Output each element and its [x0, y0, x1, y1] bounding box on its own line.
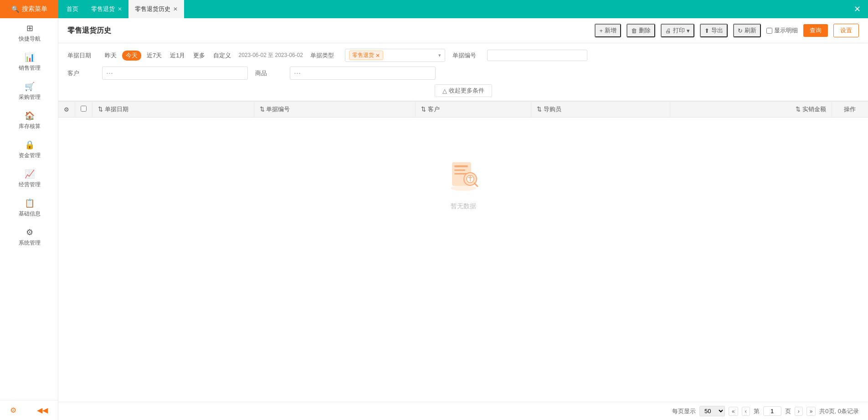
empty-state: 暂无数据 [58, 118, 868, 247]
sidebar-item-inventory[interactable]: 🏠 库存核算 [0, 106, 58, 135]
sidebar-item-purchase-mgmt[interactable]: 🛒 采购管理 [0, 77, 58, 106]
export-icon: ⬆ [704, 27, 709, 34]
last-page-button[interactable]: » [806, 407, 816, 416]
table-container: ⚙ ⇅ 单据日期 ⇅ 单据编号 ⇅ 客户 [58, 101, 868, 402]
business-mgmt-icon: 📈 [25, 169, 35, 179]
tabs-area: 首页 零售退货 ✕ 零售退货历史 ✕ [58, 0, 854, 18]
th-checkbox[interactable] [75, 102, 92, 118]
doc-type-tag-label: 零售退货 [352, 51, 374, 59]
th-actions-label: 操作 [844, 106, 856, 113]
doc-type-dropdown-icon: ▾ [438, 52, 441, 58]
th-doc-num-sort-icon: ⇅ [260, 106, 267, 113]
sales-mgmt-icon: 📊 [25, 52, 35, 62]
close-window-button[interactable]: ✕ [854, 4, 861, 14]
setting-button[interactable]: 设置 [833, 24, 859, 37]
select-all-checkbox[interactable] [81, 106, 87, 112]
export-label: 导出 [711, 26, 723, 35]
goods-select[interactable]: ··· [290, 67, 436, 80]
basic-info-icon: 📋 [25, 198, 35, 208]
sidebar-speaker-button[interactable]: ◀◀ [37, 406, 48, 415]
th-guide-label: 导购员 [544, 106, 561, 113]
export-button[interactable]: ⬆ 导出 [700, 24, 728, 37]
sidebar-item-purchase-mgmt-label: 采购管理 [19, 93, 41, 101]
inventory-icon: 🏠 [25, 111, 35, 121]
search-menu-area[interactable]: 🔍 搜索菜单 [0, 0, 58, 18]
tab-retail-return-history[interactable]: 零售退货历史 ✕ [128, 0, 184, 18]
header-actions: + 新增 🗑 删除 🖨 打印 ▾ ⬆ 导出 ↻ 刷新 [595, 24, 859, 37]
th-settings[interactable]: ⚙ [58, 102, 75, 118]
sidebar-item-sales-mgmt[interactable]: 📊 销售管理 [0, 47, 58, 77]
customer-select[interactable]: ··· [102, 67, 248, 80]
th-amount[interactable]: ⇅ 实销金额 [670, 102, 832, 118]
sidebar-settings-button[interactable]: ⚙ [10, 406, 16, 415]
sidebar-bottom: ⚙ ◀◀ [0, 400, 58, 420]
empty-text: 暂无数据 [451, 202, 476, 210]
print-icon: 🖨 [665, 27, 671, 34]
date-btn-today[interactable]: 今天 [122, 51, 141, 61]
tab-home[interactable]: 首页 [60, 0, 85, 18]
display-detail-checkbox[interactable] [766, 28, 772, 34]
table-body: 暂无数据 [58, 118, 868, 247]
doc-type-tag-close[interactable]: ✕ [375, 52, 380, 59]
customer-dots: ··· [106, 68, 113, 78]
delete-button[interactable]: 🗑 删除 [627, 24, 655, 37]
th-customer-sort-icon: ⇅ [421, 106, 428, 113]
collapse-row: △ 收起更多条件 [67, 84, 859, 97]
date-btn-more[interactable]: 更多 [190, 51, 208, 61]
sidebar-item-finance-mgmt[interactable]: 🔒 资金管理 [0, 135, 58, 164]
top-bar: 🔍 搜索菜单 首页 零售退货 ✕ 零售退货历史 ✕ ✕ [0, 0, 868, 18]
th-doc-num[interactable]: ⇅ 单据编号 [254, 102, 416, 118]
display-detail-toggle[interactable]: 显示明细 [766, 26, 798, 35]
th-amount-label: 实销金额 [802, 106, 826, 113]
query-button[interactable]: 查询 [803, 24, 828, 37]
tab-retail-return[interactable]: 零售退货 ✕ [85, 0, 128, 18]
th-guide-sort-icon: ⇅ [537, 106, 544, 113]
delete-icon: 🗑 [631, 27, 637, 34]
tab-retail-return-close[interactable]: ✕ [118, 6, 122, 12]
print-dropdown-icon: ▾ [687, 27, 690, 34]
sidebar-item-quick-nav[interactable]: ⊞ 快捷导航 [0, 18, 58, 47]
page-size-label: 每页显示 [672, 407, 696, 415]
date-btn-1month[interactable]: 近1月 [167, 51, 188, 61]
svg-rect-2 [454, 165, 468, 167]
system-mgmt-icon: ⚙ [26, 227, 33, 237]
th-doc-num-label: 单据编号 [266, 106, 290, 113]
page-number-input[interactable] [763, 406, 781, 416]
filter-row-1: 单据日期 昨天 今天 近7天 近1月 更多 自定义 2023-06-02 至 2… [67, 49, 859, 62]
sidebar-item-basic-info[interactable]: 📋 基础信息 [0, 193, 58, 222]
sidebar-item-business-mgmt[interactable]: 📈 经营管理 [0, 164, 58, 193]
tab-retail-return-history-close[interactable]: ✕ [173, 6, 178, 12]
collapse-label: 收起更多条件 [449, 87, 484, 95]
first-page-button[interactable]: « [729, 407, 738, 416]
doc-num-input[interactable] [487, 50, 587, 61]
next-page-button[interactable]: › [795, 407, 803, 416]
print-label: 打印 [673, 26, 685, 35]
th-doc-date[interactable]: ⇅ 单据日期 [92, 102, 254, 118]
quick-nav-icon: ⊞ [26, 23, 33, 33]
prev-page-button[interactable]: ‹ [742, 407, 750, 416]
page-size-select[interactable]: 10 20 50 100 [699, 406, 725, 416]
main-layout: ⊞ 快捷导航 📊 销售管理 🛒 采购管理 🏠 库存核算 🔒 资金管理 📈 经营管… [0, 18, 868, 420]
date-btn-custom[interactable]: 自定义 [211, 51, 234, 61]
finance-mgmt-icon: 🔒 [25, 140, 35, 150]
collapse-button[interactable]: △ 收起更多条件 [435, 84, 492, 97]
sidebar-item-system-mgmt[interactable]: ⚙ 系统管理 [0, 222, 58, 251]
new-button[interactable]: + 新增 [595, 24, 621, 37]
th-doc-date-sort-icon: ⇅ [98, 106, 105, 113]
refresh-label: 刷新 [745, 26, 756, 35]
date-btn-7days[interactable]: 近7天 [144, 51, 164, 61]
date-filter-label: 单据日期 [67, 51, 95, 60]
doc-type-label: 单据类型 [310, 51, 338, 60]
filter-row-2: 客户 ··· 商品 ··· [67, 67, 859, 80]
svg-point-0 [451, 185, 476, 191]
refresh-button[interactable]: ↻ 刷新 [733, 24, 761, 37]
sidebar-item-quick-nav-label: 快捷导航 [19, 35, 41, 43]
th-guide[interactable]: ⇅ 导购员 [531, 102, 670, 118]
date-btn-yesterday[interactable]: 昨天 [102, 51, 119, 61]
print-button[interactable]: 🖨 打印 ▾ [661, 24, 694, 37]
tab-retail-return-history-label: 零售退货历史 [135, 5, 170, 13]
total-info: 共0页, 0条记录 [819, 407, 859, 415]
doc-type-select[interactable]: 零售退货 ✕ ▾ [345, 49, 445, 62]
th-customer[interactable]: ⇅ 客户 [416, 102, 531, 118]
search-icon: 🔍 [11, 5, 19, 13]
